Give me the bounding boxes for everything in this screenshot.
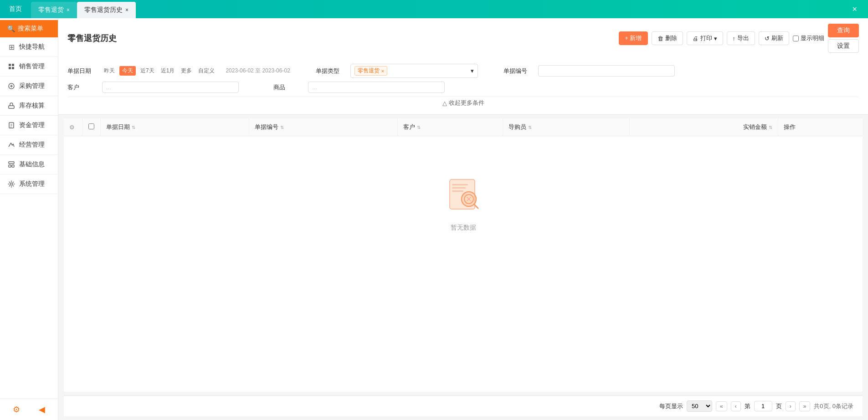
sidebar-item-system-label: 系统管理 <box>19 180 45 188</box>
empty-row: 暂无数据 <box>64 136 863 269</box>
th-voucher-no-label: 单据编号 <box>255 123 278 131</box>
tab-bar: 首页 零售退货 × 零售退货历史 × <box>0 0 848 18</box>
refresh-button[interactable]: ↺ 刷新 <box>759 31 789 45</box>
th-date-label: 单据日期 <box>106 123 130 131</box>
collapse-button[interactable]: △ 收起更多条件 <box>67 97 859 109</box>
export-icon: ↑ <box>733 35 736 42</box>
svg-rect-14 <box>452 190 463 192</box>
first-page-button[interactable]: « <box>716 401 727 411</box>
date-shortcut-today[interactable]: 今天 <box>119 66 136 76</box>
table-header-row: ⚙ 单据日期 ⇅ 单据编号 <box>64 118 863 136</box>
voucher-type-tag-close[interactable]: × <box>381 68 384 74</box>
svg-rect-12 <box>452 184 468 185</box>
tab-retail-return-history[interactable]: 零售退货历史 × <box>77 2 136 18</box>
customer-placeholder: ... <box>106 84 111 91</box>
customer-select[interactable]: ... <box>102 82 239 93</box>
page-label: 页 <box>776 402 782 410</box>
delete-icon: 🗑 <box>657 35 663 42</box>
sidebar-item-inventory-label: 库存核算 <box>19 102 45 110</box>
date-shortcut-more[interactable]: 更多 <box>179 66 194 76</box>
sidebar-search-label: 搜索菜单 <box>18 25 43 33</box>
th-salesperson-sort[interactable]: 导购员 ⇅ <box>508 123 624 131</box>
page-size-select[interactable]: 50 10 20 100 <box>687 400 712 412</box>
prev-page-button[interactable]: ‹ <box>731 401 741 411</box>
goods-select[interactable]: ... <box>308 82 445 93</box>
sidebar-item-quick-nav-label: 快捷导航 <box>19 43 45 51</box>
filter-area: 单据日期 昨天 今天 近7天 近1月 更多 自定义 2023-06-02 至 2… <box>67 58 859 114</box>
voucher-type-dropdown-icon: ▾ <box>471 67 474 74</box>
refresh-icon: ↺ <box>765 35 770 42</box>
th-settings[interactable]: ⚙ <box>64 118 82 136</box>
date-shortcut-1month[interactable]: 近1月 <box>159 66 177 76</box>
display-detail-checkbox[interactable] <box>793 36 799 41</box>
th-voucher-no[interactable]: 单据编号 ⇅ <box>249 118 397 136</box>
th-date[interactable]: 单据日期 ⇅ <box>100 118 249 136</box>
th-voucher-no-sort[interactable]: 单据编号 ⇅ <box>255 123 392 131</box>
th-checkbox <box>82 118 100 136</box>
system-icon <box>7 180 15 188</box>
sidebar-item-quick-nav[interactable]: ⊞ 快捷导航 <box>0 37 58 57</box>
window-close-button[interactable]: × <box>848 3 861 16</box>
query-button[interactable]: 查询 <box>828 24 859 37</box>
tab-home[interactable]: 首页 <box>0 0 31 18</box>
refresh-label: 刷新 <box>771 34 783 42</box>
sidebar-item-purchase-label: 采购管理 <box>19 82 45 90</box>
tab-retail-return-history-label: 零售退货历史 <box>84 6 123 14</box>
sidebar-item-basic-info[interactable]: 基础信息 <box>0 155 58 174</box>
table-settings-icon[interactable]: ⚙ <box>69 124 75 131</box>
sidebar-item-finance[interactable]: 资金管理 <box>0 116 58 135</box>
th-customer[interactable]: 客户 ⇅ <box>397 118 503 136</box>
th-amount[interactable]: 实销金额 ⇅ <box>630 118 778 136</box>
page-number-input[interactable] <box>754 401 772 411</box>
sidebar-item-purchase[interactable]: 采购管理 <box>0 77 58 96</box>
sidebar-search[interactable]: 🔍 搜索菜单 <box>0 20 58 37</box>
date-shortcut-custom[interactable]: 自定义 <box>196 66 216 76</box>
print-button[interactable]: 🖨 打印 ▾ <box>687 31 723 45</box>
delete-label: 删除 <box>665 34 677 42</box>
data-table: ⚙ 单据日期 ⇅ 单据编号 <box>64 118 863 268</box>
svg-rect-7 <box>9 162 14 164</box>
page-header: 零售退货历史 + 新增 🗑 删除 🖨 打印 ▾ ↑ 导出 <box>58 18 868 115</box>
tab-retail-return[interactable]: 零售退货 × <box>31 2 77 18</box>
sidebar-item-operations[interactable]: 经营管理 <box>0 135 58 155</box>
voucher-type-select[interactable]: 零售退货 × ▾ <box>350 64 478 78</box>
th-operation-label: 操作 <box>784 123 796 130</box>
tab-retail-return-history-close[interactable]: × <box>125 7 128 13</box>
sort-icon-amount: ⇅ <box>769 125 772 130</box>
date-shortcut-7days[interactable]: 近7天 <box>139 66 156 76</box>
sidebar-item-inventory[interactable]: 库存核算 <box>0 96 58 116</box>
sidebar-item-system[interactable]: 系统管理 <box>0 174 58 194</box>
th-date-sort[interactable]: 单据日期 ⇅ <box>106 123 243 131</box>
export-button[interactable]: ↑ 导出 <box>727 31 755 45</box>
th-customer-sort[interactable]: 客户 ⇅ <box>403 123 497 131</box>
tab-retail-return-label: 零售退货 <box>38 6 64 14</box>
last-page-button[interactable]: » <box>799 401 811 411</box>
sidebar-settings-button[interactable]: ⚙ <box>13 405 20 415</box>
sidebar-collapse-button[interactable]: ◀ <box>39 405 45 415</box>
add-button[interactable]: + 新增 <box>619 31 647 45</box>
voucher-type-label: 单据类型 <box>316 67 343 75</box>
next-page-button[interactable]: › <box>786 401 796 411</box>
table-wrapper: ⚙ 单据日期 ⇅ 单据编号 <box>64 118 863 392</box>
sidebar-item-operations-label: 经营管理 <box>19 141 45 149</box>
date-shortcut-yesterday[interactable]: 昨天 <box>102 66 117 76</box>
th-amount-sort[interactable]: 实销金额 ⇅ <box>635 123 772 131</box>
voucher-no-input[interactable] <box>538 65 675 77</box>
svg-rect-5 <box>9 106 14 108</box>
filter-row-date: 单据日期 昨天 今天 近7天 近1月 更多 自定义 2023-06-02 至 2… <box>67 64 859 78</box>
th-salesperson[interactable]: 导购员 ⇅ <box>503 118 630 136</box>
display-detail-label: 显示明细 <box>801 34 824 42</box>
total-info: 共0页, 0条记录 <box>814 402 853 410</box>
set-button[interactable]: 设置 <box>828 39 859 53</box>
svg-rect-0 <box>9 64 11 66</box>
display-detail-toggle[interactable]: 显示明细 <box>793 34 824 42</box>
date-label: 单据日期 <box>67 67 95 75</box>
sidebar-item-sales-label: 销售管理 <box>19 62 45 71</box>
delete-button[interactable]: 🗑 删除 <box>652 31 683 45</box>
sidebar-item-sales[interactable]: 销售管理 <box>0 57 58 77</box>
tab-retail-return-close[interactable]: × <box>67 7 70 13</box>
empty-icon <box>441 173 486 218</box>
quick-nav-icon: ⊞ <box>7 43 15 51</box>
select-all-checkbox[interactable] <box>88 123 94 129</box>
date-shortcuts: 昨天 今天 近7天 近1月 更多 自定义 <box>102 66 216 76</box>
